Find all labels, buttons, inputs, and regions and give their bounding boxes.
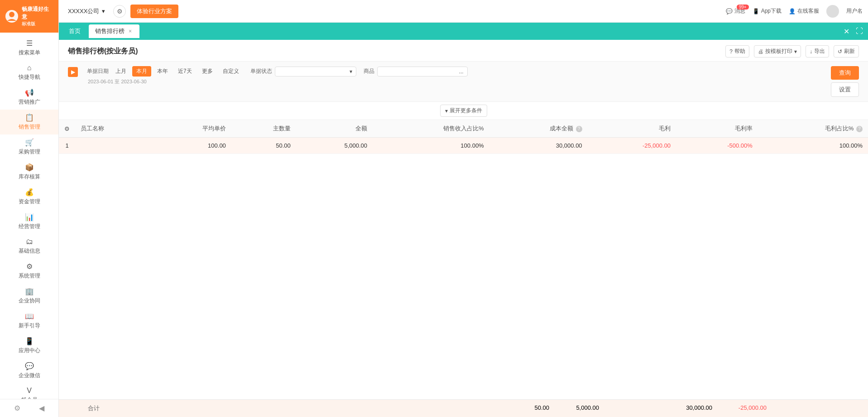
- cell-amount: 5,000.00: [296, 138, 373, 154]
- date-pills: 上月 本月 本年 近7天 更多 自定义: [111, 66, 243, 77]
- export-button[interactable]: ↓ 导出: [806, 45, 829, 58]
- footer-gross-pct: [817, 404, 863, 412]
- sidebar-item-purchase[interactable]: 🛒采购管理: [0, 134, 58, 159]
- th-settings[interactable]: ⚙: [59, 120, 75, 138]
- nav-label-quick-nav: 快捷导航: [19, 73, 40, 81]
- footer-values: 50.00 5,000.00 30,000.00 -25,000.00: [169, 404, 863, 412]
- goods-input[interactable]: ...: [377, 67, 468, 77]
- footer-cost: 30,000.00: [663, 404, 718, 412]
- filter-toggle-icon[interactable]: ▶: [68, 67, 78, 77]
- footer-gross: -25,000.00: [718, 404, 772, 412]
- refresh-button[interactable]: ↺ 刷新: [834, 45, 859, 58]
- gross-pct-info-icon[interactable]: ?: [856, 126, 863, 132]
- th-amount: 全额: [296, 120, 373, 138]
- header-right: 💬 消息 99+ 📱 App下载 👤 在线客服 用户名: [726, 5, 863, 18]
- tab-bar: 首页 销售排行榜 × ✕ ⛶: [59, 23, 868, 40]
- svg-point-1: [9, 12, 14, 17]
- help-button[interactable]: ? 帮助: [725, 45, 749, 58]
- tab-home[interactable]: 首页: [62, 24, 87, 38]
- sidebar-item-search-order[interactable]: ☰搜索菜单: [0, 35, 58, 60]
- expand-icon: ▾: [445, 108, 448, 114]
- sidebar-item-basic-info[interactable]: 🗂基础信息: [0, 234, 58, 259]
- online-service-button[interactable]: 👤 在线客服: [789, 7, 819, 15]
- print-button[interactable]: 🖨 按模板打印 ▾: [754, 45, 801, 58]
- page-title: 销售排行榜(按业务员): [68, 47, 138, 56]
- tab-close-icon[interactable]: ×: [127, 28, 133, 35]
- help-label: 帮助: [734, 48, 745, 55]
- user-avatar[interactable]: [826, 5, 839, 18]
- footer-amount: 5,000.00: [555, 404, 604, 412]
- sidebar-collapse-icon[interactable]: ◀: [39, 404, 44, 412]
- print-dropdown-icon: ▾: [794, 48, 797, 55]
- sidebar-item-marketing[interactable]: 📢营销推广: [0, 85, 58, 110]
- company-selector[interactable]: XXXXX公司 ▾: [64, 5, 109, 17]
- goods-filter-group: 商品 ...: [364, 67, 468, 77]
- tab-maximize-icon[interactable]: ⛶: [854, 26, 864, 37]
- message-icon: 💬: [726, 8, 733, 14]
- footer-total-label: 合计: [88, 404, 169, 412]
- sidebar-item-system[interactable]: ⚙系统管理: [0, 259, 58, 283]
- nav-icon-wechat: 💬: [25, 362, 34, 370]
- date-pill-7days[interactable]: 近7天: [174, 66, 196, 77]
- print-icon: 🖨: [758, 48, 763, 55]
- trial-button[interactable]: 体验行业方案: [130, 5, 178, 18]
- sidebar-settings-icon[interactable]: ⚙: [14, 404, 20, 412]
- top-header: XXXXX公司 ▾ ⚙ 体验行业方案 💬 消息 99+ 📱 App下载 👤 在线…: [59, 0, 868, 23]
- sidebar-item-operations[interactable]: 📊经营管理: [0, 209, 58, 234]
- nav-icon-finance: 💰: [25, 188, 34, 197]
- status-select[interactable]: ▾: [275, 67, 356, 77]
- th-qty: 主数量: [231, 120, 296, 138]
- column-settings-icon[interactable]: ⚙: [64, 125, 70, 132]
- sidebar-item-member[interactable]: V畅会员: [0, 383, 58, 399]
- service-label: 在线客服: [797, 7, 819, 15]
- footer-gross-rate: [772, 404, 817, 412]
- tab-close-window-icon[interactable]: ✕: [842, 26, 851, 37]
- message-button[interactable]: 💬 消息 99+: [726, 7, 745, 15]
- export-icon: ↓: [810, 48, 812, 55]
- filter-collapse-btn[interactable]: ▶: [68, 67, 78, 77]
- nav-label-finance: 资金管理: [19, 198, 40, 206]
- filter-settings-button[interactable]: 设置: [831, 82, 859, 97]
- filter-action-btns: 查询 设置: [831, 66, 859, 97]
- content-area: 销售排行榜(按业务员) ? 帮助 🖨 按模板打印 ▾ ↓ 导出: [59, 40, 868, 417]
- date-pill-last-month[interactable]: 上月: [111, 66, 130, 77]
- date-filter-label: 单据日期: [87, 67, 109, 75]
- sidebar-item-quick-nav[interactable]: ⌂快捷导航: [0, 60, 58, 85]
- company-name: XXXXX公司: [68, 7, 99, 15]
- cell-gross-rate: -500.00%: [676, 138, 758, 154]
- settings-gear-button[interactable]: ⚙: [113, 5, 126, 18]
- app-download-button[interactable]: 📱 App下载: [753, 7, 782, 15]
- tab-sales-ranking[interactable]: 销售排行榜 ×: [89, 24, 139, 38]
- query-button[interactable]: 查询: [831, 66, 859, 80]
- nav-icon-marketing: 📢: [25, 88, 34, 97]
- cost-info-icon[interactable]: ?: [576, 126, 582, 132]
- refresh-icon: ↺: [838, 48, 842, 55]
- tab-bar-right: ✕ ⛶: [842, 26, 864, 37]
- nav-label-wechat: 企业微信: [19, 372, 40, 379]
- cell-sales-pct: 100.00%: [373, 138, 489, 154]
- table-footer: 合计 50.00 5,000.00 30,000.00 -25,000.00: [59, 399, 868, 417]
- date-pill-more[interactable]: 更多: [198, 66, 217, 77]
- cell-gross-pct: 100.00%: [758, 138, 868, 154]
- date-pill-this-month[interactable]: 本月: [132, 66, 151, 77]
- footer-avg-price: [455, 404, 509, 412]
- nav-icon-inventory: 📦: [25, 163, 34, 172]
- footer-qty: 50.00: [509, 404, 555, 412]
- cell-qty: 50.00: [231, 138, 296, 154]
- nav-label-guide: 新手引导: [19, 322, 40, 330]
- goods-filter-label: 商品: [364, 67, 374, 75]
- sidebar-item-wechat[interactable]: 💬企业微信: [0, 358, 58, 383]
- sidebar-item-guide[interactable]: 📖新手引导: [0, 308, 58, 333]
- date-pill-custom[interactable]: 自定义: [219, 66, 243, 77]
- sidebar-item-sales[interactable]: 📋销售管理: [0, 110, 58, 134]
- date-filter-group: 单据日期 上月 本月 本年 近7天 更多 自定义: [87, 66, 243, 77]
- nav-label-purchase: 采购管理: [19, 148, 40, 156]
- nav-label-inventory: 库存核算: [19, 173, 40, 181]
- user-name[interactable]: 用户名: [846, 7, 863, 15]
- expand-more-conditions-button[interactable]: ▾ 展开更多条件: [440, 105, 487, 117]
- sidebar-item-app-center[interactable]: 📱应用中心: [0, 333, 58, 358]
- date-pill-this-year[interactable]: 本年: [153, 66, 172, 77]
- sidebar-item-finance[interactable]: 💰资金管理: [0, 184, 58, 209]
- sidebar-item-enterprise[interactable]: 🏢企业协同: [0, 283, 58, 308]
- sidebar-item-inventory[interactable]: 📦库存核算: [0, 159, 58, 184]
